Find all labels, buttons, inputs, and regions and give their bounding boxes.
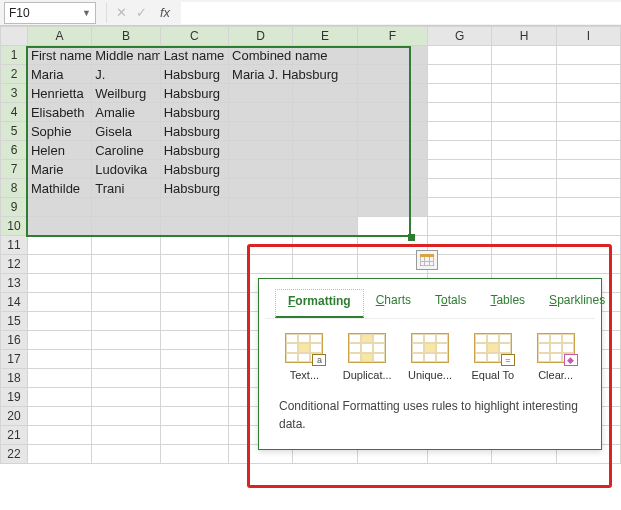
cell[interactable] <box>160 198 228 217</box>
cell[interactable] <box>160 388 228 407</box>
cell[interactable] <box>428 141 492 160</box>
cell[interactable] <box>27 274 91 293</box>
cell[interactable] <box>293 198 357 217</box>
cell[interactable] <box>27 331 91 350</box>
cell[interactable] <box>556 65 620 84</box>
qa-option-duplicate[interactable]: Duplicat... <box>338 333 396 381</box>
fx-icon[interactable]: fx <box>155 3 175 23</box>
cell[interactable]: Elisabeth <box>27 103 91 122</box>
row-header[interactable]: 16 <box>1 331 28 350</box>
cell[interactable] <box>160 236 228 255</box>
cell[interactable] <box>27 445 91 464</box>
cell[interactable]: Weilburg <box>92 84 160 103</box>
cell[interactable]: Habsburg <box>160 84 228 103</box>
cell[interactable] <box>160 445 228 464</box>
cell[interactable] <box>556 160 620 179</box>
tab-formatting[interactable]: Formatting <box>275 289 364 318</box>
cell[interactable] <box>428 46 492 65</box>
cell[interactable] <box>27 217 91 236</box>
cell[interactable] <box>293 122 357 141</box>
row-header[interactable]: 2 <box>1 65 28 84</box>
cell[interactable] <box>229 217 293 236</box>
cell[interactable] <box>428 179 492 198</box>
row-header[interactable]: 17 <box>1 350 28 369</box>
cell[interactable]: Combined name <box>229 46 293 65</box>
cell[interactable] <box>229 236 293 255</box>
cell[interactable]: Last name <box>160 46 228 65</box>
col-header[interactable]: F <box>357 27 428 46</box>
row-header[interactable]: 20 <box>1 407 28 426</box>
cell[interactable]: Habsburg <box>160 65 228 84</box>
cell[interactable] <box>293 160 357 179</box>
cell[interactable] <box>357 179 428 198</box>
cell[interactable] <box>492 236 556 255</box>
cell[interactable] <box>492 46 556 65</box>
cell[interactable] <box>92 274 160 293</box>
cell[interactable] <box>293 84 357 103</box>
cell[interactable] <box>160 407 228 426</box>
cell[interactable] <box>160 350 228 369</box>
cell[interactable] <box>428 217 492 236</box>
cell[interactable] <box>27 236 91 255</box>
cell[interactable]: Caroline <box>92 141 160 160</box>
cell[interactable] <box>229 198 293 217</box>
cell[interactable] <box>92 236 160 255</box>
cell[interactable] <box>160 312 228 331</box>
cell[interactable] <box>492 179 556 198</box>
col-header[interactable]: H <box>492 27 556 46</box>
cell[interactable] <box>229 141 293 160</box>
cell[interactable] <box>357 217 428 236</box>
cell[interactable] <box>92 350 160 369</box>
row-header[interactable]: 5 <box>1 122 28 141</box>
cell[interactable] <box>492 84 556 103</box>
cell[interactable] <box>27 198 91 217</box>
cell[interactable] <box>357 65 428 84</box>
col-header[interactable]: D <box>229 27 293 46</box>
tab-sparklines[interactable]: Sparklines <box>537 289 617 318</box>
cell[interactable] <box>229 179 293 198</box>
row-header[interactable]: 1 <box>1 46 28 65</box>
cell[interactable] <box>492 198 556 217</box>
cell[interactable] <box>92 369 160 388</box>
cell[interactable] <box>27 369 91 388</box>
row-header[interactable]: 8 <box>1 179 28 198</box>
cell[interactable] <box>229 255 293 274</box>
cell[interactable] <box>556 236 620 255</box>
cell[interactable] <box>492 103 556 122</box>
cell[interactable] <box>357 122 428 141</box>
col-header[interactable]: A <box>27 27 91 46</box>
cell[interactable] <box>160 426 228 445</box>
formula-input[interactable] <box>181 2 621 24</box>
cell[interactable]: Ludovika <box>92 160 160 179</box>
cell[interactable] <box>229 122 293 141</box>
cell[interactable] <box>27 293 91 312</box>
cell[interactable] <box>293 103 357 122</box>
tab-totals[interactable]: Totals <box>423 289 478 318</box>
cell[interactable]: Sophie <box>27 122 91 141</box>
cell[interactable] <box>556 217 620 236</box>
cell[interactable] <box>92 217 160 236</box>
cell[interactable]: Mathilde <box>27 179 91 198</box>
cell[interactable] <box>357 198 428 217</box>
cell[interactable] <box>428 198 492 217</box>
tab-tables[interactable]: Tables <box>478 289 537 318</box>
cell[interactable]: Middle name <box>92 46 160 65</box>
cell[interactable] <box>92 388 160 407</box>
col-header[interactable]: G <box>428 27 492 46</box>
cell[interactable] <box>92 312 160 331</box>
row-header[interactable]: 13 <box>1 274 28 293</box>
cell[interactable] <box>492 141 556 160</box>
row-header[interactable]: 6 <box>1 141 28 160</box>
cell[interactable]: Habsburg <box>160 141 228 160</box>
row-header[interactable]: 9 <box>1 198 28 217</box>
cell[interactable] <box>229 160 293 179</box>
cell[interactable] <box>27 350 91 369</box>
cell[interactable] <box>428 103 492 122</box>
cell[interactable] <box>92 426 160 445</box>
cell[interactable] <box>428 122 492 141</box>
cell[interactable]: Habsburg <box>160 179 228 198</box>
cell[interactable] <box>229 103 293 122</box>
cell[interactable] <box>293 217 357 236</box>
cell[interactable] <box>556 198 620 217</box>
cell[interactable] <box>556 255 620 274</box>
